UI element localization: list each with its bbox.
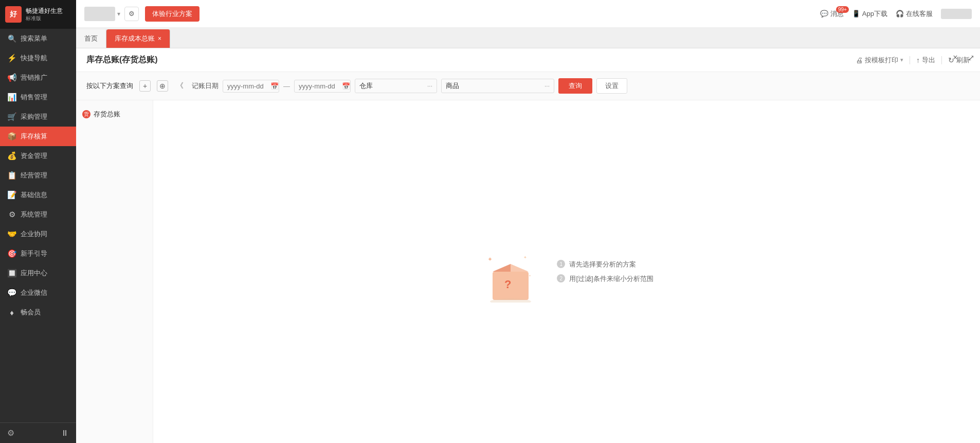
- empty-hint-1: 1 请先选择要分析的方案: [557, 260, 653, 269]
- svg-marker-2: [511, 264, 529, 272]
- sidebar-settings-icon[interactable]: ⚙: [7, 428, 14, 438]
- user-area: ▾: [84, 7, 120, 21]
- hint-text-2: 用[过滤]条件来缩小分析范围: [569, 274, 653, 283]
- marketing-icon: 📢: [7, 73, 16, 82]
- sidebar-item-system[interactable]: ⚙ 系统管理: [0, 205, 76, 224]
- sidebar-audio-icon[interactable]: ⏸: [61, 429, 69, 438]
- body-area: 货 存货总账: [76, 100, 980, 443]
- search-icon: 🔍: [7, 34, 16, 43]
- sidebar-item-marketing[interactable]: 📢 营销推广: [0, 68, 76, 87]
- sidebar-item-label: 经营管理: [21, 171, 47, 180]
- empty-state: ✦ ✦ ✦ ? 1 请先选择要分析的方案 2: [153, 100, 980, 443]
- empty-svg: ✦ ✦ ✦ ?: [480, 241, 541, 303]
- messages-button[interactable]: 💬 消息 99+: [820, 9, 844, 19]
- goods-select[interactable]: 商品 ···: [441, 79, 554, 93]
- tabbar: 首页 库存成本总账 ×: [76, 28, 980, 48]
- app-name: 畅捷通好生意: [26, 7, 63, 15]
- sidebar-item-label: 基础信息: [21, 190, 47, 200]
- sidebar-item-wechat[interactable]: 💬 企业微信: [0, 283, 76, 303]
- sidebar-item-cooperation[interactable]: 🤝 企业协同: [0, 224, 76, 244]
- sidebar-footer: ⚙ ⏸: [0, 422, 76, 443]
- dropdown-icon[interactable]: ▾: [117, 10, 120, 17]
- date-end-field[interactable]: [299, 82, 340, 90]
- sidebar-item-finance[interactable]: 💰 资金管理: [0, 146, 76, 166]
- message-badge: 99+: [836, 6, 849, 13]
- filter-add-button[interactable]: +: [139, 80, 151, 92]
- date-start-input[interactable]: 📅: [223, 80, 279, 93]
- quick-nav-icon: ⚡: [7, 54, 16, 63]
- export-icon: ↑: [916, 56, 920, 64]
- calendar-icon[interactable]: 📅: [270, 82, 279, 90]
- headset-icon: 🎧: [896, 10, 904, 17]
- sidebar-item-label: 营销推广: [21, 73, 47, 82]
- wechat-icon: 💬: [7, 288, 16, 297]
- page-header: 库存总账(存货总账) 🖨 按模板打印 ▾ ↑ 导出 ↻ 刷新: [76, 48, 980, 72]
- sidebar-item-vip[interactable]: ♦ 畅会员: [0, 303, 76, 322]
- app-download-label: App下载: [862, 9, 887, 19]
- operations-icon: 📋: [7, 171, 16, 180]
- main-area: ▾ ⚙ 体验行业方案 💬 消息 99+ 📱 App下载 🎧 在线客服: [76, 0, 980, 443]
- goods-label: 商品: [446, 81, 459, 91]
- calendar-end-icon[interactable]: 📅: [342, 82, 350, 90]
- logo-icon: 好: [5, 6, 22, 23]
- trial-button[interactable]: 体验行业方案: [145, 6, 199, 22]
- logo-text-block: 畅捷通好生意 标准版: [22, 7, 63, 22]
- app-center-icon: 🔲: [7, 269, 16, 278]
- empty-hint-2: 2 用[过滤]条件来缩小分析范围: [557, 274, 653, 283]
- divider-2: [941, 56, 942, 64]
- filter-scheme-button[interactable]: ⊕: [157, 80, 168, 92]
- sidebar-item-label: 资金管理: [21, 151, 47, 161]
- date-field-label: 记账日期: [192, 81, 219, 91]
- print-template-button[interactable]: 🖨 按模板打印 ▾: [856, 56, 903, 65]
- filter-area: 按以下方案查询 + ⊕ 《 记账日期 📅 — 📅 仓库 ···: [76, 72, 980, 100]
- sidebar-item-app-center[interactable]: 🔲 应用中心: [0, 263, 76, 283]
- sidebar-item-basic-info[interactable]: 📝 基础信息: [0, 185, 76, 205]
- sidebar-item-inventory[interactable]: 📦 库存核算: [0, 127, 76, 146]
- topbar-settings-button[interactable]: ⚙: [124, 7, 139, 21]
- filter-label: 按以下方案查询: [86, 81, 133, 91]
- sidebar-item-guide[interactable]: 🎯 新手引导: [0, 244, 76, 263]
- print-dropdown-icon[interactable]: ▾: [900, 57, 903, 63]
- tab-close-icon[interactable]: ×: [158, 35, 161, 42]
- scheme-icon-text: 货: [84, 111, 89, 118]
- svg-text:?: ?: [504, 278, 511, 291]
- app-download-button[interactable]: 📱 App下载: [852, 9, 887, 19]
- app-badge: 标准版: [26, 15, 63, 22]
- guide-icon: 🎯: [7, 249, 16, 258]
- panel-close-button[interactable]: ×: [948, 50, 963, 65]
- panel-resize-button[interactable]: ⤢: [964, 50, 978, 65]
- sidebar-item-label: 畅会员: [21, 308, 41, 317]
- sidebar-item-label: 企业协同: [21, 229, 47, 239]
- warehouse-select[interactable]: 仓库 ···: [355, 79, 437, 93]
- query-button[interactable]: 查询: [558, 78, 592, 94]
- vip-icon: ♦: [7, 308, 16, 317]
- sidebar: 好 畅捷通好生意 标准版 🔍 搜索菜单 ⚡ 快捷导航 📢 营销推广 📊 销售管理…: [0, 0, 76, 443]
- scheme-item-inventory[interactable]: 货 存货总账: [76, 105, 153, 123]
- tab-inventory-cost[interactable]: 库存成本总账 ×: [106, 29, 170, 48]
- goods-more-icon[interactable]: ···: [545, 82, 550, 90]
- date-start-field[interactable]: [227, 82, 268, 90]
- warehouse-more-icon[interactable]: ···: [427, 82, 432, 90]
- filter-row: 记账日期 📅 — 📅 仓库 ··· 商品 ···: [192, 78, 627, 94]
- sidebar-item-quick-nav[interactable]: ⚡ 快捷导航: [0, 48, 76, 68]
- sidebar-item-operations[interactable]: 📋 经营管理: [0, 166, 76, 185]
- hint-num-2: 2: [557, 274, 565, 282]
- svg-marker-1: [493, 264, 511, 272]
- print-icon: 🖨: [856, 56, 863, 64]
- scheme-item-label: 存货总账: [94, 110, 120, 119]
- sidebar-menu: ⚡ 快捷导航 📢 营销推广 📊 销售管理 🛒 采购管理 📦 库存核算 💰 资金管…: [0, 48, 76, 422]
- online-service-button[interactable]: 🎧 在线客服: [896, 9, 933, 19]
- inventory-icon: 📦: [7, 132, 16, 141]
- filter-collapse-button[interactable]: 《: [174, 80, 186, 92]
- basic-info-icon: 📝: [7, 190, 16, 200]
- sidebar-search[interactable]: 🔍 搜索菜单: [0, 29, 76, 48]
- date-end-input[interactable]: 📅: [294, 80, 351, 93]
- sidebar-item-label: 应用中心: [21, 269, 47, 278]
- tab-home[interactable]: 首页: [76, 29, 106, 48]
- sidebar-item-sales[interactable]: 📊 销售管理: [0, 87, 76, 107]
- export-button[interactable]: ↑ 导出: [916, 56, 935, 65]
- svg-text:✦: ✦: [487, 256, 493, 263]
- sidebar-item-purchase[interactable]: 🛒 采购管理: [0, 107, 76, 127]
- message-icon: 💬: [820, 10, 828, 17]
- settings-button[interactable]: 设置: [596, 78, 627, 94]
